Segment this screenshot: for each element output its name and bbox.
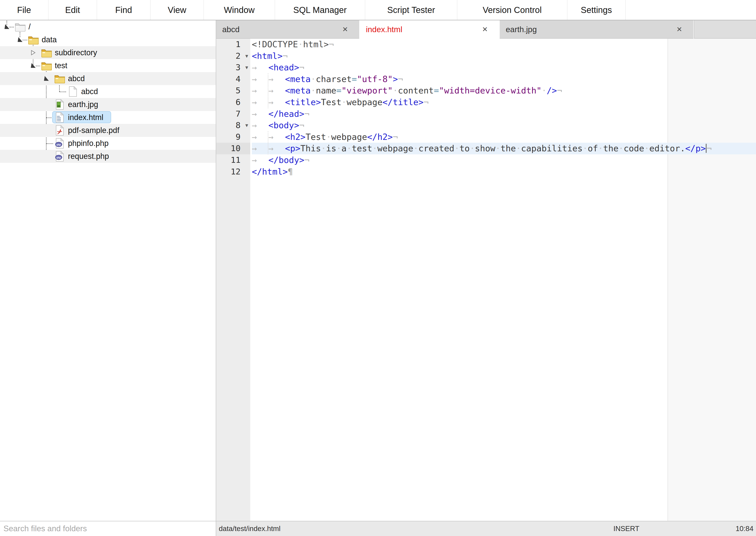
tree-item-item-root[interactable]: /	[0, 20, 216, 33]
tab-whitespace-mark: →	[252, 62, 268, 73]
code-line-10[interactable]: →→<p>This·is·a·test·webpage·created·to·s…	[252, 143, 756, 154]
tab-whitespace-mark: →	[268, 73, 285, 85]
tab-whitespace-mark: →	[268, 143, 285, 154]
tree-item-request-php-php[interactable]: phprequest.php	[0, 150, 216, 163]
html-icon	[54, 112, 65, 123]
menu-item-file[interactable]: File	[0, 0, 48, 20]
code-line-1[interactable]: <!DOCTYPE·html>¬	[252, 39, 756, 50]
expand-icon[interactable]	[30, 50, 36, 55]
code-line-12[interactable]: </html>¶	[252, 166, 756, 178]
code-line-7[interactable]: →</head>¬	[252, 108, 756, 120]
menu-item-window[interactable]: Window	[204, 0, 275, 20]
code-segment-ws: ·	[326, 132, 331, 142]
code-segment-eol: ¬	[283, 51, 288, 61]
line-number: 4	[216, 73, 250, 85]
tree-item-abcd-folder[interactable]: abcd	[0, 72, 216, 85]
code-segment-tx: test	[352, 143, 372, 153]
code-line-11[interactable]: →</body>¬	[252, 154, 756, 166]
code-line-6[interactable]: →→<title>Test·webpage</title>¬	[252, 96, 756, 108]
php-icon: php	[54, 151, 65, 162]
code-segment-tx: editor.	[649, 143, 685, 153]
indent-guide	[268, 131, 268, 154]
code-line-8[interactable]: →<body>¬	[252, 119, 756, 131]
code-segment-ws: ·	[336, 143, 341, 153]
code-segment-tg: </title>	[383, 97, 424, 107]
menu-item-find[interactable]: Find	[97, 0, 151, 20]
menu-item-view[interactable]: View	[151, 0, 204, 20]
code-line-2[interactable]: <html>¬	[252, 50, 756, 62]
collapse-icon[interactable]	[30, 63, 36, 68]
code-segment-tx: webpage	[377, 143, 413, 153]
tree-item-data-folder[interactable]: data	[0, 33, 216, 46]
code-segment-eol: ¬	[304, 155, 309, 165]
close-icon[interactable]: ✕	[482, 20, 488, 39]
code-line-5[interactable]: →→<meta·name="viewport"·content="width=d…	[252, 85, 756, 96]
code-segment-eol: ¬	[707, 143, 712, 153]
code-segment-ws: ·	[644, 143, 649, 153]
fold-icon[interactable]: ▾	[245, 119, 248, 131]
image-icon	[54, 99, 65, 110]
code-segment-ws: ·	[321, 143, 326, 153]
code-segment-tg: <meta	[285, 74, 311, 84]
code-segment-tg: <body>	[268, 120, 299, 130]
fold-icon[interactable]: ▾	[245, 50, 248, 62]
status-editor-mode: INSERT	[614, 521, 639, 536]
code-segment-tx: show	[475, 143, 495, 153]
file-icon	[67, 86, 79, 97]
search-input[interactable]	[3, 522, 211, 535]
code-segment-tx: charset	[316, 74, 352, 84]
menu-bar: FileEditFindViewWindowSQL ManagerScript …	[0, 0, 756, 20]
tree-item-subdirectory-folder[interactable]: subdirectory	[0, 46, 216, 59]
tree-item-label: /	[28, 20, 31, 33]
line-number: 7	[216, 108, 250, 120]
code-segment-tx: Test	[305, 132, 326, 142]
code-segment-eq: =	[336, 85, 341, 95]
close-icon[interactable]: ✕	[677, 20, 682, 39]
code-editor[interactable]: 12▾3▾45678▾9101112 <!DOCTYPE·html>¬<html…	[216, 39, 756, 521]
tree-item-label: request.php	[68, 150, 109, 163]
svg-text:php: php	[56, 156, 61, 159]
code-segment-tx: is	[326, 143, 336, 153]
code-segment-tx: webpage	[331, 132, 367, 142]
code-segment-tx: the	[603, 143, 618, 153]
tab-abcd[interactable]: abcd✕	[216, 20, 359, 39]
code-segment-ws: ·	[413, 143, 419, 153]
menu-item-script-tester[interactable]: Script Tester	[365, 0, 457, 20]
collapse-icon[interactable]	[4, 24, 10, 30]
tree-item-test-folder[interactable]: test	[0, 59, 216, 72]
code-segment-eq: =	[434, 85, 439, 95]
line-number: 8▾	[216, 119, 250, 131]
code-line-3[interactable]: →<head>¬	[252, 62, 756, 73]
menu-item-version-control[interactable]: Version Control	[457, 0, 567, 20]
svg-text:php: php	[56, 143, 61, 146]
tree-item-abcd-file[interactable]: abcd	[0, 85, 216, 98]
code-segment-tg: <title>	[285, 97, 321, 107]
pdf-icon	[54, 125, 65, 136]
tree-item-pdf-sample-pdf-pdf[interactable]: pdf-sample.pdf	[0, 124, 216, 137]
menu-item-edit[interactable]: Edit	[48, 0, 97, 20]
collapse-icon[interactable]	[43, 76, 49, 82]
tab-label: index.html	[366, 20, 402, 39]
code-segment-tx: of	[588, 143, 598, 153]
code-line-4[interactable]: →→<meta·charset="utf-8">¬	[252, 73, 756, 85]
fold-icon[interactable]: ▾	[245, 62, 248, 73]
code-lines[interactable]: <!DOCTYPE·html>¬<html>¬→<head>¬→→<meta·c…	[250, 39, 756, 178]
menu-item-sql-manager[interactable]: SQL Manager	[275, 0, 365, 20]
collapse-icon[interactable]	[17, 37, 23, 43]
tab-index-html[interactable]: index.html✕	[360, 20, 499, 39]
menu-item-settings[interactable]: Settings	[567, 0, 626, 20]
tab-whitespace-mark: →	[252, 108, 268, 120]
tree-item-index-html-html[interactable]: index.html	[0, 111, 216, 124]
code-segment-tg: </p>	[685, 143, 706, 153]
code-segment-eol: ¬	[424, 97, 429, 107]
code-line-9[interactable]: →→<h2>Test·webpage</h2>¬	[252, 131, 756, 143]
close-icon[interactable]: ✕	[342, 20, 348, 39]
code-segment-dt: <!DOCTYPE	[252, 39, 298, 49]
tree-item-label: earth.jpg	[68, 98, 98, 111]
tree-item-phpinfo-php-php[interactable]: phpphpinfo.php	[0, 137, 216, 150]
tree-item-label: phpinfo.php	[68, 137, 109, 150]
tab-earth-jpg[interactable]: earth.jpg✕	[500, 20, 693, 39]
tree-item-earth-jpg-image[interactable]: earth.jpg	[0, 98, 216, 111]
line-number: 1	[216, 39, 250, 50]
code-segment-tg: >	[393, 74, 398, 84]
